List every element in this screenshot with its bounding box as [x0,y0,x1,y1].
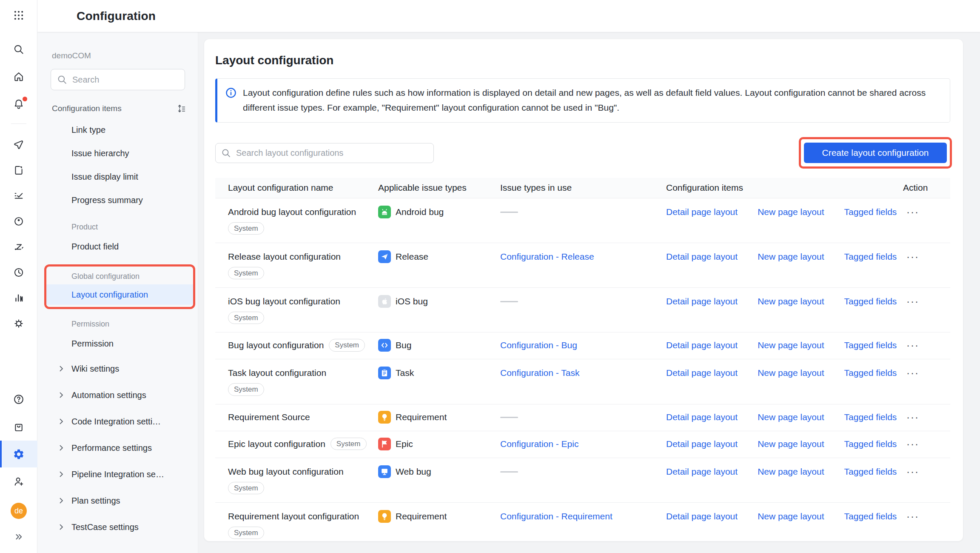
issue-type-in-use-link[interactable]: Configuration - Task [500,368,579,378]
config-item-link-detail-page-layout[interactable]: Detail page layout [666,368,738,378]
table-row: Requirement SourceRequirementDetail page… [215,404,950,431]
config-item-link-detail-page-layout[interactable]: Detail page layout [666,439,738,449]
config-item-link-detail-page-layout[interactable]: Detail page layout [666,340,738,350]
more-actions-icon[interactable]: ··· [903,465,919,478]
layout-configuration-name: Task layout configuration [228,368,326,378]
config-item-link-new-page-layout[interactable]: New page layout [758,467,824,476]
issue-type-in-use-link[interactable]: Configuration - Bug [500,340,577,350]
bulb-icon [378,411,391,424]
bell-icon[interactable] [0,95,37,112]
more-actions-icon[interactable]: ··· [903,510,919,523]
issue-type-in-use-link[interactable]: Configuration - Release [500,252,594,261]
sidebar-item-code-integration-setti-[interactable]: Code Integration setti… [37,408,198,435]
bulb-icon [378,510,391,523]
sidebar-item-product-field[interactable]: Product field [37,235,198,258]
config-item-link-tagged-fields[interactable]: Tagged fields [844,412,897,422]
apps-grid-icon[interactable] [0,7,37,24]
config-item-link-tagged-fields[interactable]: Tagged fields [844,207,897,217]
config-item-link-new-page-layout[interactable]: New page layout [758,340,824,350]
sidebar-item-progress-summary[interactable]: Progress summary [37,189,198,212]
layout-configurations-table: Layout configuration nameApplicable issu… [215,178,950,541]
chevron-right-icon [57,417,66,426]
create-layout-configuration-button[interactable]: Create layout configuration [804,143,947,163]
person-add-icon[interactable] [0,473,37,490]
more-actions-icon[interactable]: ··· [903,206,919,218]
config-item-link-tagged-fields[interactable]: Tagged fields [844,368,897,378]
config-item-link-detail-page-layout[interactable]: Detail page layout [666,207,738,217]
table-row: Bug layout configurationSystemBugConfigu… [215,332,950,359]
config-item-link-tagged-fields[interactable]: Tagged fields [844,252,897,261]
sidebar-item-automation-settings[interactable]: Automation settings [37,382,198,408]
empty-dash [500,417,518,418]
more-actions-icon[interactable]: ··· [903,295,919,308]
config-item-link-tagged-fields[interactable]: Tagged fields [844,467,897,476]
send-icon[interactable] [0,136,37,153]
document-icon[interactable] [0,162,37,179]
sidebar-item-wiki-settings[interactable]: Wiki settings [37,355,198,382]
rail-top-icons [0,7,37,112]
system-tag: System [228,482,264,494]
pipeline-icon[interactable] [0,238,37,255]
config-item-link-detail-page-layout[interactable]: Detail page layout [666,296,738,306]
config-item-link-new-page-layout[interactable]: New page layout [758,412,824,422]
sidebar-item-link-type[interactable]: Link type [37,118,198,142]
checklist-icon[interactable] [0,187,37,204]
system-tag: System [228,383,264,395]
config-item-link-detail-page-layout[interactable]: Detail page layout [666,511,738,521]
config-item-link-detail-page-layout[interactable]: Detail page layout [666,252,738,261]
config-item-link-new-page-layout[interactable]: New page layout [758,296,824,306]
sidebar-item-layout-configuration[interactable]: Layout configuration [46,284,193,305]
sidebar-item-performance-settings[interactable]: Performance settings [37,435,198,461]
layout-configuration-name: Web bug layout configuration [228,467,344,476]
paper-plane-icon [378,250,391,263]
sidebar-item-plan-settings[interactable]: Plan settings [37,487,198,514]
config-item-link-tagged-fields[interactable]: Tagged fields [844,511,897,521]
column-header-layout-configuration-name: Layout configuration name [215,178,378,198]
issue-type-in-use-link[interactable]: Configuration - Epic [500,439,578,449]
more-actions-icon[interactable]: ··· [903,438,919,450]
more-actions-icon[interactable]: ··· [903,367,919,379]
help-icon[interactable] [0,391,37,408]
bar-chart-icon[interactable] [0,289,37,307]
sort-lines-icon[interactable] [176,103,187,114]
user-avatar[interactable]: de [0,502,37,519]
sidebar-item-testcase-settings[interactable]: TestCase settings [37,514,198,540]
card-title: Layout configuration [215,54,950,67]
sidebar-annotation-box: Global configurationLayout configuration [44,264,195,309]
test-icon[interactable] [0,315,37,332]
config-item-link-tagged-fields[interactable]: Tagged fields [844,439,897,449]
config-item-link-new-page-layout[interactable]: New page layout [758,207,824,217]
clock-icon[interactable] [0,264,37,281]
sidebar-item-issue-display-limit[interactable]: Issue display limit [37,165,198,189]
config-item-link-new-page-layout[interactable]: New page layout [758,368,824,378]
layout-configuration-name: iOS bug layout configuration [228,296,340,306]
sidebar-item-permission[interactable]: Permission [37,332,198,355]
android-icon [378,206,391,218]
config-item-link-new-page-layout[interactable]: New page layout [758,511,824,521]
config-item-link-new-page-layout[interactable]: New page layout [758,252,824,261]
config-item-link-detail-page-layout[interactable]: Detail page layout [666,467,738,476]
more-actions-icon[interactable]: ··· [903,411,919,424]
bag-icon[interactable] [0,418,37,436]
config-item-link-new-page-layout[interactable]: New page layout [758,439,824,449]
more-actions-icon[interactable]: ··· [903,250,919,263]
config-item-link-detail-page-layout[interactable]: Detail page layout [666,412,738,422]
config-item-link-tagged-fields[interactable]: Tagged fields [844,340,897,350]
team-label: demoCOM [52,51,198,60]
sidebar-item-pipeline-integration-se-[interactable]: Pipeline Integration se… [37,461,198,487]
home-icon[interactable] [0,68,37,85]
target-icon[interactable] [0,213,37,230]
more-actions-icon[interactable]: ··· [903,339,919,352]
issue-type-in-use-link[interactable]: Configuration - Requirement [500,511,612,521]
table-row: Web bug layout configurationSystemWeb bu… [215,458,950,502]
gear-icon[interactable] [0,441,37,467]
config-item-link-tagged-fields[interactable]: Tagged fields [844,296,897,306]
chevrons-right-icon[interactable] [0,528,37,545]
page-title: Configuration [77,9,156,23]
sidebar-search-input[interactable] [51,69,185,90]
sidebar-section-product: Product [37,216,198,235]
search-icon[interactable] [0,41,37,58]
layout-search-input[interactable] [215,143,434,163]
sidebar-item-issue-hierarchy[interactable]: Issue hierarchy [37,142,198,165]
sidebar-list-header: Configuration items [37,102,198,115]
